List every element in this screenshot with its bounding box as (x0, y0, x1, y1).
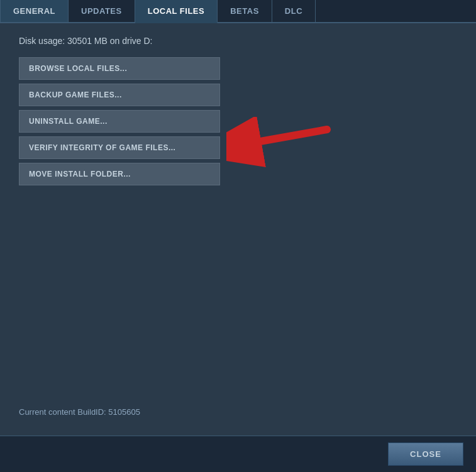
browse-local-files-button[interactable]: BROWSE LOCAL FILES... (19, 57, 220, 80)
svg-line-1 (239, 129, 327, 145)
verify-integrity-button[interactable]: VERIFY INTEGRITY OF GAME FILES... (19, 136, 220, 159)
tab-local-files[interactable]: LOCAL FILES (135, 0, 218, 23)
disk-usage-label: Disk usage: 30501 MB on drive D: (19, 36, 457, 46)
main-content: Disk usage: 30501 MB on drive D: BROWSE … (0, 23, 476, 436)
build-id-label: Current content BuildID: 5105605 (19, 407, 457, 423)
tab-general[interactable]: GENERAL (0, 0, 69, 22)
backup-game-files-button[interactable]: BACKUP GAME FILES... (19, 84, 220, 106)
uninstall-game-button[interactable]: UNINSTALL GAME... (19, 110, 220, 133)
action-buttons-group: BROWSE LOCAL FILES... BACKUP GAME FILES.… (19, 57, 220, 185)
arrow-annotation (226, 117, 340, 167)
tab-dlc[interactable]: DLC (272, 0, 316, 22)
tab-bar: GENERAL UPDATES LOCAL FILES BETAS DLC (0, 0, 476, 23)
move-install-folder-button[interactable]: MOVE INSTALL FOLDER... (19, 163, 220, 185)
close-button[interactable]: CLOSE (388, 442, 463, 466)
tab-betas[interactable]: BETAS (218, 0, 272, 22)
steam-properties-window: GENERAL UPDATES LOCAL FILES BETAS DLC Di… (0, 0, 476, 472)
tab-updates[interactable]: UPDATES (69, 0, 135, 22)
footer: CLOSE (0, 436, 476, 472)
